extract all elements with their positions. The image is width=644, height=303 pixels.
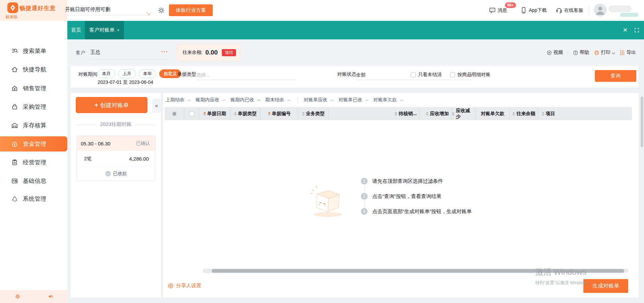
period-this-month[interactable]: 本月 bbox=[98, 69, 115, 78]
online-service-button[interactable]: 在线客服 bbox=[555, 7, 583, 14]
scrollbar-thumb[interactable] bbox=[212, 269, 624, 273]
column-doc-type[interactable]: 单据类型 bbox=[230, 107, 261, 120]
period-last-month[interactable]: 上月 bbox=[118, 69, 136, 78]
collapse-panel-button[interactable]: « bbox=[152, 99, 161, 113]
print-button[interactable]: 打印 bbox=[594, 49, 615, 56]
summary-label: 上期结余 bbox=[166, 97, 184, 103]
column-biz-type[interactable]: 业务类型 bbox=[298, 107, 329, 120]
user-avatar[interactable] bbox=[594, 4, 607, 16]
tab-close-icon[interactable]: × bbox=[117, 28, 120, 33]
cash-settle-badge: 现结 bbox=[222, 49, 236, 56]
sales-shop-icon bbox=[11, 85, 18, 92]
sidebar-item-search-menu[interactable]: 搜索菜单 bbox=[0, 43, 67, 58]
doc-type-select[interactable]: 选择... bbox=[196, 70, 296, 80]
statement-list-panel: + 创建对账单 « 2023往期对账 05.30 - 06.30 已确认 2笔 … bbox=[71, 93, 161, 298]
sort-icon[interactable] bbox=[512, 112, 515, 116]
customer-name-select[interactable]: 王总 bbox=[90, 49, 100, 56]
sort-icon[interactable] bbox=[268, 112, 271, 116]
settings-gear-icon[interactable] bbox=[158, 7, 165, 14]
column-statement-debt[interactable]: 对账单欠款 bbox=[476, 107, 510, 120]
customer-select-underline bbox=[90, 60, 169, 60]
sort-icon[interactable] bbox=[395, 112, 397, 116]
sidebar-item-purchase[interactable]: 采购管理 bbox=[0, 99, 67, 114]
announcement-horn-icon[interactable] bbox=[48, 294, 54, 299]
scrollbar-thumb[interactable] bbox=[641, 97, 643, 147]
statement-detail-panel: 上期结余-- 账期内应收-- 账期内已收-- 期末结余-- 对账单应收-- 对账… bbox=[163, 93, 639, 298]
chevron-down-icon bbox=[147, 7, 150, 18]
period-this-year[interactable]: 本年 bbox=[139, 69, 156, 78]
sidebar-item-operations[interactable]: 经营管理 bbox=[0, 155, 67, 170]
summary-label: 账期内应收 bbox=[196, 97, 219, 103]
tab-home[interactable]: 首页 bbox=[67, 21, 85, 39]
customer-bar: 客户 王总 ... 往来余额: 0.00 现结 视频 帮助 打印 导出 bbox=[67, 39, 644, 66]
doc-type-label: 单据类型 bbox=[177, 71, 196, 77]
clipboard-icon bbox=[11, 159, 18, 166]
page-toolbar: 视频 帮助 打印 导出 bbox=[546, 49, 636, 56]
system-dots-icon bbox=[11, 195, 18, 202]
by-product-checkbox[interactable]: 按商品明细对账 bbox=[450, 72, 490, 78]
column-receivable-increase[interactable]: 应收增加 bbox=[420, 107, 452, 120]
sidebar-item-funds[interactable]: 资金管理 bbox=[0, 136, 67, 152]
column-doc-date[interactable]: 单据日期 bbox=[199, 107, 230, 120]
trial-industry-button[interactable]: 体验行业方案 bbox=[169, 4, 213, 16]
column-label: 项目 bbox=[546, 111, 555, 117]
customer-label: 客户 bbox=[76, 50, 85, 56]
sidebar-item-basic-info[interactable]: 基础信息 bbox=[0, 173, 67, 188]
sidebar-item-label: 搜索菜单 bbox=[23, 47, 46, 55]
column-label: 单据日期 bbox=[207, 111, 226, 117]
divider-line bbox=[76, 124, 97, 125]
horizontal-scrollbar[interactable] bbox=[203, 269, 629, 273]
statement-amount: 4,286.00 bbox=[129, 156, 149, 162]
home-icon bbox=[11, 66, 18, 73]
share-settings-button[interactable]: 分享人设置 bbox=[168, 282, 201, 289]
sort-icon[interactable] bbox=[234, 112, 237, 116]
summary-label: 期末结余 bbox=[265, 97, 284, 103]
close-icon[interactable]: ✕ bbox=[623, 27, 628, 34]
sort-icon[interactable] bbox=[203, 112, 206, 116]
query-button[interactable]: 查询 bbox=[595, 70, 636, 82]
generate-statement-button[interactable]: 生成对账单 bbox=[583, 279, 628, 293]
statement-card[interactable]: 05.30 - 06.30 已确认 2笔 4,286.00 已收款 bbox=[76, 136, 156, 181]
tab-customer-statement[interactable]: 客户对账单 × bbox=[85, 21, 124, 39]
statement-card-footer: 已收款 bbox=[77, 167, 156, 180]
sort-icon[interactable] bbox=[426, 112, 429, 116]
video-button[interactable]: 视频 bbox=[546, 49, 563, 56]
column-label: 应收增加 bbox=[430, 111, 449, 117]
column-settings-cell[interactable] bbox=[165, 107, 184, 120]
step-text: 点击“查询”按钮，查看查询结果 bbox=[372, 193, 441, 200]
messages-button[interactable]: 消息 bbox=[489, 7, 507, 14]
customer-more-button[interactable]: ... bbox=[161, 47, 168, 54]
sidebar-item-sales[interactable]: 销售管理 bbox=[0, 81, 67, 96]
help-button[interactable]: 帮助 bbox=[573, 49, 589, 56]
play-circle-icon bbox=[546, 50, 552, 56]
footer-gear-icon[interactable] bbox=[15, 294, 21, 299]
sort-icon[interactable] bbox=[542, 112, 544, 116]
column-receivable-decrease[interactable]: 应收减少 bbox=[452, 107, 476, 120]
date-range[interactable]: 2023-07-01 至 2023-06-04 bbox=[98, 79, 153, 86]
sort-icon[interactable] bbox=[452, 112, 454, 116]
step-number-badge: 1 bbox=[361, 178, 368, 184]
summary-label: 对账单已收 bbox=[339, 97, 362, 103]
account-set-select[interactable]: 开账日期可停用可删 bbox=[65, 4, 151, 15]
sidebar-item-quick-nav[interactable]: 快捷导航 bbox=[0, 62, 67, 77]
app-download-button[interactable]: App下载 bbox=[520, 7, 547, 14]
select-all-cell[interactable] bbox=[184, 107, 199, 120]
vertical-scrollbar[interactable] bbox=[640, 39, 644, 303]
create-statement-button[interactable]: + 创建对账单 bbox=[76, 97, 147, 113]
username-masked[interactable] bbox=[609, 5, 632, 12]
column-balance[interactable]: 往来余额 bbox=[510, 107, 538, 120]
sort-icon[interactable] bbox=[302, 112, 305, 116]
sidebar-item-inventory[interactable]: 库存核算 bbox=[0, 118, 67, 133]
column-pending-writeoff[interactable]: 待核销... bbox=[329, 107, 420, 120]
step-item: 3 点击页面底部“生成对账单”按钮，生成对账单 bbox=[361, 208, 472, 215]
sidebar-item-system[interactable]: 系统管理 bbox=[0, 191, 67, 206]
history-section-header: 2023往期对账 bbox=[76, 121, 156, 128]
checkbox-icon bbox=[450, 72, 455, 77]
column-label: 单据编号 bbox=[272, 111, 291, 117]
column-project[interactable]: 项目 bbox=[538, 107, 632, 120]
column-doc-no[interactable]: 单据编号 bbox=[261, 107, 298, 120]
only-unsettled-checkbox[interactable]: 只看未结清 bbox=[411, 72, 442, 78]
export-button[interactable]: 导出 bbox=[619, 49, 636, 56]
fullscreen-icon[interactable] bbox=[634, 28, 639, 33]
app-logo-icon bbox=[7, 2, 18, 13]
